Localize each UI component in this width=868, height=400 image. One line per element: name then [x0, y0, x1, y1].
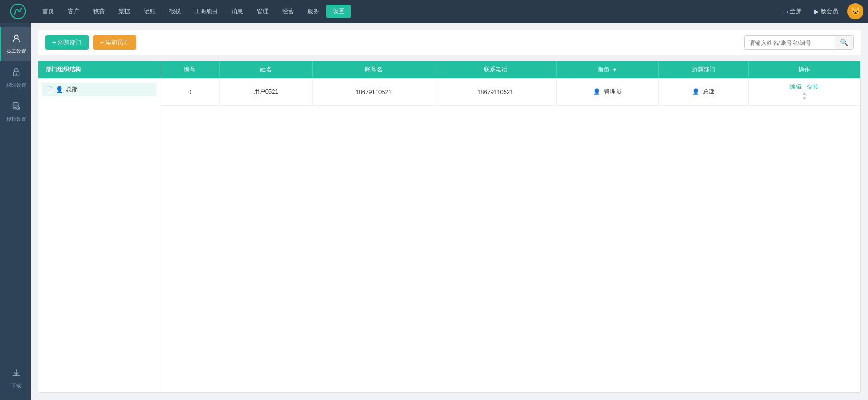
- nav-item-manage[interactable]: 管理: [250, 5, 275, 18]
- employee-icon: [11, 33, 21, 46]
- logo[interactable]: [5, 0, 32, 23]
- lock-icon: [11, 67, 21, 80]
- nav-item-business[interactable]: 工商项目: [188, 5, 224, 18]
- col-role[interactable]: 角色 ▼: [557, 61, 659, 78]
- nav-item-client[interactable]: 客户: [61, 5, 86, 18]
- vip-label: 畅会员: [821, 7, 838, 15]
- sidebar-item-download[interactable]: 下载: [0, 362, 31, 395]
- dept-tree-header: 部门组织结构: [38, 61, 160, 78]
- avatar[interactable]: 🐱: [847, 3, 863, 19]
- cell-actions: 编辑 交接 ▲▼: [748, 78, 860, 106]
- plus-icon-dept: +: [52, 39, 56, 46]
- cell-phone: 18679110521: [434, 78, 557, 106]
- sidebar: 员工设置 权限设置 报税设置: [0, 23, 31, 400]
- sidebar-label-tax-settings: 报税设置: [6, 116, 26, 122]
- nav-item-fee[interactable]: 收费: [87, 5, 111, 18]
- main-layout: 员工设置 权限设置 报税设置: [0, 23, 868, 400]
- file-icon: 📄: [46, 86, 53, 93]
- col-id: 编号: [160, 61, 219, 78]
- cell-account: 18679110521: [312, 78, 434, 106]
- table-row: 0 用户0521 18679110521 18679110521: [160, 78, 860, 106]
- cell-role: 👤 管理员: [557, 78, 659, 106]
- tree-user-icon: 👤: [56, 86, 63, 93]
- search-input[interactable]: [745, 37, 835, 49]
- dept-tree-body: 📄 👤 总部: [38, 78, 160, 101]
- nav-item-operation[interactable]: 经营: [276, 5, 300, 18]
- edit-link[interactable]: 编辑: [790, 83, 802, 90]
- employee-table: 编号 姓名 账号名 联系电话 角: [160, 61, 860, 392]
- plus-icon-emp: +: [100, 39, 104, 46]
- role-icon: 👤: [593, 88, 600, 95]
- add-dept-button[interactable]: + 添加部门: [45, 35, 89, 50]
- dept-tree-panel: 部门组织结构 📄 👤 总部: [38, 61, 160, 392]
- nav-item-accounts[interactable]: 记账: [137, 5, 162, 18]
- nav-right: ▭ 全屏 ▶ 畅会员 🐱: [779, 3, 863, 19]
- cell-dept: 👤 总部: [658, 78, 748, 106]
- col-name: 姓名: [219, 61, 312, 78]
- nav-item-service[interactable]: 服务: [301, 5, 326, 18]
- sidebar-item-tax-settings[interactable]: 报税设置: [0, 95, 31, 129]
- vip-icon: ▶: [814, 8, 819, 15]
- col-dept: 所属部门: [658, 61, 748, 78]
- add-emp-button[interactable]: + 添加员工: [93, 35, 137, 50]
- table-header: 编号 姓名 账号名 联系电话 角: [160, 61, 860, 78]
- col-account: 账号名: [312, 61, 434, 78]
- nav-items: 首页 客户 收费 票据 记账 报税 工商项目 消息 管理 经营 服务 设置: [36, 5, 779, 18]
- transfer-link[interactable]: 交接: [807, 83, 819, 90]
- vip-button[interactable]: ▶ 畅会员: [811, 5, 842, 17]
- download-icon: [11, 368, 21, 380]
- tax-settings-icon: [11, 101, 21, 113]
- dept-icon: 👤: [692, 88, 699, 95]
- sidebar-label-permissions: 权限设置: [6, 82, 26, 89]
- filter-icon: ▼: [612, 67, 617, 72]
- tree-item-root[interactable]: 📄 👤 总部: [42, 83, 156, 96]
- dept-tree-title: 部门组织结构: [46, 66, 81, 73]
- nav-item-settings[interactable]: 设置: [326, 5, 351, 18]
- sidebar-item-employee[interactable]: 员工设置: [0, 27, 31, 61]
- content-area: + 添加部门 + 添加员工 🔍 部门组织结构: [31, 23, 868, 400]
- search-icon: 🔍: [840, 38, 849, 46]
- table: 编号 姓名 账号名 联系电话 角: [160, 61, 860, 106]
- search-button[interactable]: 🔍: [835, 36, 853, 49]
- add-emp-label: 添加员工: [105, 38, 129, 47]
- top-nav: 首页 客户 收费 票据 记账 报税 工商项目 消息 管理 经营 服务 设置 ▭ …: [0, 0, 868, 23]
- table-body: 0 用户0521 18679110521 18679110521: [160, 78, 860, 106]
- avatar-icon: 🐱: [850, 6, 860, 16]
- tree-item-label: 总部: [66, 85, 78, 94]
- svg-point-3: [15, 73, 17, 75]
- toolbar: + 添加部门 + 添加员工 🔍: [38, 30, 861, 55]
- nav-item-message[interactable]: 消息: [225, 5, 250, 18]
- add-dept-label: 添加部门: [58, 38, 81, 47]
- cell-id: 0: [160, 78, 219, 106]
- table-wrapper: 部门组织结构 📄 👤 总部 编号: [38, 61, 861, 393]
- nav-item-home[interactable]: 首页: [36, 5, 61, 18]
- scroll-arrows: ▲▼: [754, 91, 855, 101]
- col-actions: 操作: [748, 61, 860, 78]
- fullscreen-label: 全屏: [790, 7, 802, 15]
- sidebar-item-permissions[interactable]: 权限设置: [0, 61, 31, 95]
- sidebar-bottom: 下载: [0, 362, 31, 400]
- nav-item-bills[interactable]: 票据: [112, 5, 137, 18]
- logo-icon: [10, 3, 26, 19]
- sidebar-label-download: 下载: [11, 382, 21, 389]
- search-box: 🔍: [744, 35, 854, 50]
- fullscreen-icon: ▭: [783, 8, 788, 15]
- col-phone: 联系电话: [434, 61, 557, 78]
- svg-point-1: [14, 35, 18, 38]
- fullscreen-button[interactable]: ▭ 全屏: [779, 5, 805, 17]
- nav-item-tax[interactable]: 报税: [163, 5, 187, 18]
- sidebar-label-employee: 员工设置: [6, 48, 26, 55]
- cell-name: 用户0521: [219, 78, 312, 106]
